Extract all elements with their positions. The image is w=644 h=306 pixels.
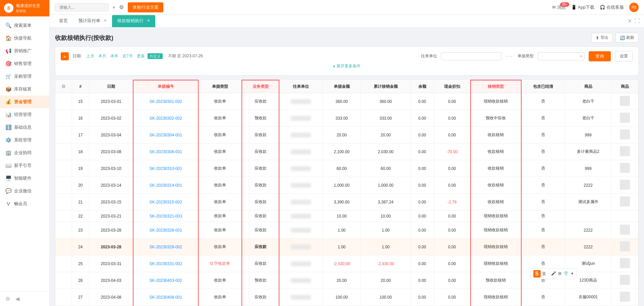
cell-product2 [612,127,638,143]
doc-link[interactable]: SK-20230308-001 [149,149,182,154]
sidebar-item-search[interactable]: 🔍搜索菜单 [0,19,49,32]
sidebar-item-corp[interactable]: 🏢企业协同 [0,146,49,159]
watermark-dot-icon: · [548,271,549,277]
sidebar-item-guide[interactable]: 📖新手引导 [0,159,49,172]
date-label: 日期 [73,53,81,59]
cell-write_off_type: 预收款核销 [471,272,521,289]
message-btn[interactable]: ✉ 消息 99+ [552,4,566,10]
table-row: 162023-03-02SK-20230302-002收款单预收款 333.00… [55,110,638,127]
col-header-product: 商品 [565,80,611,93]
sidebar-icon-purchase: 🛒 [5,73,11,79]
sidebar-item-vip[interactable]: V畅会员 [0,197,49,210]
cell-write_off: 1.00 [361,239,411,255]
doc-link[interactable]: SK-20230328-001 [149,228,182,233]
dropdown-icon[interactable]: ▾ [113,5,115,10]
cell-include_settled: 否 [521,289,565,306]
tab-pre-payment[interactable]: 预计应付单✕ [73,15,112,27]
filter-settings-btn[interactable]: 设置 [615,51,633,61]
collapse-icon[interactable]: ◀ [15,296,19,302]
more-date-btn[interactable]: 更多 [136,53,146,60]
counterpart-blurred [291,261,311,266]
tabs-close-btn[interactable]: ✕ [628,18,632,24]
this-month-btn[interactable]: 本月 [97,53,108,60]
cell-product2 [612,194,638,210]
tab-label-collection-exec: 收款核销执行 [117,18,144,24]
cell-biz_type: 应收款 [242,210,279,222]
doc-link[interactable]: SK-20230314-001 [149,183,182,188]
expand-icon: ▾ [333,64,335,69]
counterpart-blurred [291,200,311,204]
doc-link[interactable]: SK-20230321-003 [149,214,182,219]
cell-settings [55,177,72,194]
doc-link[interactable]: SK-20230301-002 [149,99,182,104]
cell-counterpart [279,127,323,143]
table-row: 212023-03-15SK-20230315-002收款单应收款 3,390.… [55,194,638,210]
filter-expand-btn[interactable]: » [61,52,69,60]
sidebar-icon-search: 🔍 [5,22,11,28]
sidebar-item-hardware[interactable]: 🖥️智能硬件 [0,172,49,185]
cell-discount: 0.00 [434,110,471,127]
sidebar-item-inventory[interactable]: 📦库存核算 [0,83,49,96]
sidebar-item-quick[interactable]: 🏠快捷导航 [0,32,49,45]
online-service-btn[interactable]: 🎧 在线客服 [600,4,624,10]
cell-include_settled: 否 [521,222,565,239]
tab-collection-exec[interactable]: 收款核销执行✕ [112,15,155,27]
sidebar-item-sales[interactable]: 🎯销售管理 [0,57,49,70]
expand-more-filters-btn[interactable]: ▾ 展开更多条件 [61,61,633,71]
doc-link[interactable]: SK-20230328-002 [149,245,182,249]
page-content: 收款核销执行(按收款) ⬆ 导出 🔄 刷新 » 日期 上月 本月 [50,27,644,306]
export-btn[interactable]: ⬆ 导出 [591,33,613,43]
tabs-expand-btn[interactable]: ⛶ [635,18,640,24]
topbar-search[interactable] [55,3,109,11]
sidebar-item-wechat[interactable]: 💬企业微信 [0,185,49,197]
this-year-btn[interactable]: 本年 [109,53,120,60]
doc-type-select[interactable] [538,52,585,60]
sidebar-icon-guide: 📖 [5,163,11,169]
doc-link[interactable]: SK-20230331-002 [149,261,182,266]
doc-link[interactable]: SK-20230310-001 [149,166,182,171]
sidebar-item-operation[interactable]: 📊经营管理 [0,108,49,121]
doc-link[interactable]: SK-20230302-002 [149,116,182,121]
refresh-btn[interactable]: 🔄 刷新 [615,33,639,43]
cell-counterpart [279,239,323,255]
cell-balance: 0.00 [411,127,434,143]
sidebar-item-system[interactable]: ⚙️系统管理 [0,134,49,146]
tab-close-pre-payment[interactable]: ✕ [104,18,107,23]
cell-doc_no: SK-20230301-002 [133,93,198,110]
cell-discount: 0.00 [434,289,471,306]
doc-link[interactable]: SK-20230408-001 [149,295,182,300]
cell-doc_no: SK-20230331-002 [133,255,198,272]
sidebar-item-basic[interactable]: ℹ️基础信息 [0,121,49,134]
doc-link[interactable]: SK-20230304-001 [149,133,182,137]
sidebar-label-system: 系统管理 [14,137,32,143]
counterpart-blurred [291,149,311,154]
cell-settings [55,143,72,160]
cell-balance: 0.00 [411,272,434,289]
user-avatar[interactable]: Rit [629,3,639,12]
cell-balance: 0.00 [411,239,434,255]
doc-link[interactable]: SK-20230315-002 [149,200,182,204]
settings-bottom-icon[interactable]: ⚙ [5,296,10,302]
app-download-btn[interactable]: 📱 App下载 [571,4,594,10]
cell-include_settled: 否 [521,239,565,255]
custom-date-btn[interactable]: 自定义 [148,53,163,59]
app-logo: 6 畅康道好生意 标推版 [0,0,49,16]
counterpart-blurred [291,166,311,171]
last-7days-btn[interactable]: 近7天 [121,53,134,60]
sidebar-item-marketing[interactable]: 📢营销推广 [0,45,49,57]
tab-close-collection-exec[interactable]: ✕ [147,18,150,23]
doc-link[interactable]: SK-20230403-002 [149,278,182,283]
col-header-date: 日期 [89,80,133,93]
solution-btn[interactable]: 体验行业方案 [128,2,163,12]
last-month-btn[interactable]: 上月 [85,53,96,60]
topbar-gear-icon[interactable]: ⚙ [119,4,124,10]
sidebar-item-purchase[interactable]: 🛒采购管理 [0,70,49,83]
cell-seq: 16 [72,110,89,127]
counterpart-blurred [291,228,311,233]
sidebar-item-finance[interactable]: 💰资金管理 [0,96,49,108]
counterpart-blurred [291,183,311,188]
counterpart-input[interactable] [441,52,501,60]
tab-home[interactable]: 首页 [54,15,73,27]
more-filters-dots[interactable]: ··· [505,53,514,60]
query-btn[interactable]: 查询 [589,51,611,61]
